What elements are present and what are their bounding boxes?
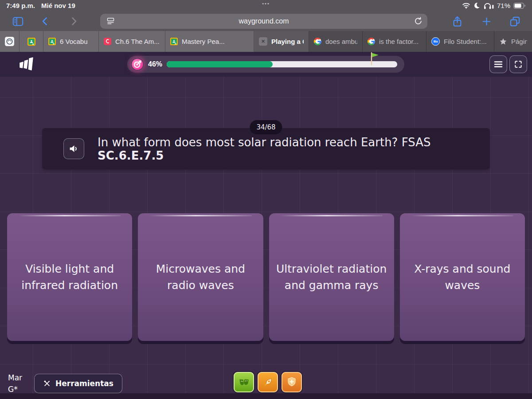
tab-label: Ch.6 The Am... xyxy=(115,38,160,45)
question-standard: SC.6.E.7.5 xyxy=(98,149,164,162)
hamburger-icon xyxy=(494,61,503,68)
filo-icon: filo xyxy=(431,37,440,46)
answer-card-2[interactable]: Microwaves and radio waves xyxy=(138,213,263,341)
powerups-bar xyxy=(234,372,302,392)
masks-icon xyxy=(238,376,250,388)
fullscreen-button[interactable] xyxy=(509,55,527,73)
share-button[interactable] xyxy=(450,14,464,28)
sidebar-toggle-button[interactable] xyxy=(11,14,25,28)
progress-flag-icon xyxy=(368,51,379,67)
tabs-overview-button[interactable] xyxy=(508,14,522,28)
tab-mastery-pea[interactable]: Mastery Pea... xyxy=(165,31,254,52)
tab-bar: 6 Vocabu Ch.6 The Am... Mastery Pea... ✕… xyxy=(0,31,532,52)
battery-percent: 71% xyxy=(497,2,510,9)
progress-pill: 46% xyxy=(127,56,404,73)
tools-button[interactable]: Herramientas xyxy=(34,374,122,393)
powerup-rocket-button[interactable] xyxy=(258,372,278,392)
classroom-icon xyxy=(48,38,56,45)
answers-grid: Visible light and infrared radiation Mic… xyxy=(7,213,525,341)
tab-label: does ambus... xyxy=(325,38,357,45)
wayground-logo-icon xyxy=(18,57,38,74)
back-button[interactable] xyxy=(38,14,52,28)
page-settings-button[interactable] xyxy=(106,16,115,27)
powerup-masks-button[interactable] xyxy=(234,372,254,392)
tab-label: Mastery Pea... xyxy=(182,38,225,45)
tools-icon xyxy=(43,379,51,387)
google-icon xyxy=(368,38,375,45)
moon-icon xyxy=(473,2,480,9)
shield-plus-icon xyxy=(286,376,297,388)
tab-site-logo[interactable] xyxy=(0,31,20,52)
tab-ch6-the-am[interactable]: Ch.6 The Am... xyxy=(99,31,165,52)
site-logo-icon xyxy=(5,37,14,46)
tab-label: is the factor... xyxy=(379,38,419,45)
accuracy-icon xyxy=(131,58,144,70)
speaker-icon xyxy=(68,143,79,154)
tab-pagina-principal[interactable]: Página princ... xyxy=(494,31,532,52)
tab-classroom-1[interactable] xyxy=(20,31,43,52)
close-tab-button[interactable]: ✕ xyxy=(259,37,267,46)
tab-6-vocabu[interactable]: 6 Vocabu xyxy=(43,31,99,52)
reload-button[interactable] xyxy=(414,16,423,27)
player-name-line1: Mar xyxy=(8,372,22,383)
answer-card-3[interactable]: Ultraviolet radiation and gamma rays xyxy=(269,213,394,341)
menu-button[interactable] xyxy=(489,55,507,73)
headphones-icon xyxy=(483,2,494,9)
google-icon xyxy=(314,38,321,45)
ipad-screen: 7:49 p.m. Mié nov 19 ••• 71% xyxy=(0,0,532,399)
quiz-main: 34/68 In what form does most solar radia… xyxy=(0,77,532,399)
accuracy-value: 46% xyxy=(148,60,162,68)
forward-button[interactable] xyxy=(66,14,81,28)
clock: 7:49 p.m. xyxy=(6,2,35,9)
status-bar: 7:49 p.m. Mié nov 19 ••• 71% xyxy=(0,0,532,11)
footer-strip xyxy=(0,393,532,399)
tab-filo-student[interactable]: filo Filo Student:... xyxy=(426,31,494,52)
question-text: In what form does most solar radiation r… xyxy=(98,128,477,169)
tab-is-the-factor[interactable]: is the factor... xyxy=(363,31,426,52)
tools-label: Herramientas xyxy=(55,379,113,388)
tab-playing-a-game-active[interactable]: ✕ Playing a Ga... xyxy=(254,31,309,52)
question-body: In what form does most solar radiation r… xyxy=(98,136,430,149)
url-bar[interactable]: wayground.com xyxy=(100,14,427,29)
powerup-shield-button[interactable] xyxy=(282,372,302,392)
classroom-icon xyxy=(27,38,35,46)
rocket-icon xyxy=(262,376,274,388)
question-counter: 34/68 xyxy=(250,120,282,134)
browser-chrome: 7:49 p.m. Mié nov 19 ••• 71% xyxy=(0,0,532,31)
status-date: Mié nov 19 xyxy=(41,2,75,9)
progress-track xyxy=(167,61,397,67)
fullscreen-icon xyxy=(514,60,523,69)
star-icon xyxy=(499,38,507,46)
tab-label: Página princ... xyxy=(511,38,527,45)
tab-label: Playing a Ga... xyxy=(271,38,304,45)
tab-does-ambus[interactable]: does ambus... xyxy=(309,31,363,52)
progress-fill xyxy=(167,61,273,67)
quiz-header: 46% xyxy=(0,52,532,77)
player-name: Mar G* xyxy=(8,372,22,395)
tab-label: 6 Vocabu xyxy=(60,38,88,45)
battery-icon xyxy=(513,3,526,9)
read-aloud-button[interactable] xyxy=(63,138,84,159)
answer-card-1[interactable]: Visible light and infrared radiation xyxy=(7,213,132,341)
classroom-icon xyxy=(170,38,178,45)
answer-card-4[interactable]: X-rays and sound waves xyxy=(400,213,525,341)
tab-label: Filo Student:... xyxy=(444,38,487,45)
red-app-icon xyxy=(104,38,111,45)
multitask-indicator: ••• xyxy=(262,1,270,6)
wifi-icon xyxy=(462,2,470,9)
new-tab-button[interactable] xyxy=(479,14,493,28)
safari-toolbar: wayground.com xyxy=(0,11,532,31)
url-text: wayground.com xyxy=(239,17,289,25)
